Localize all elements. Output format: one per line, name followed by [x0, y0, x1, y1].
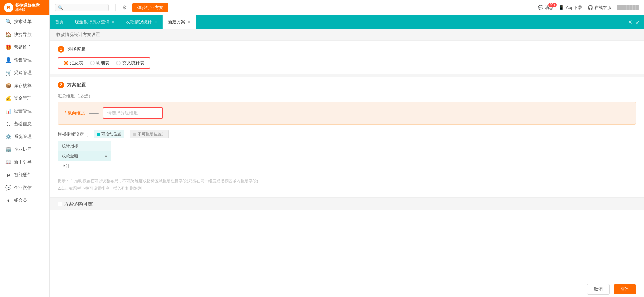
sidebar-item-sales[interactable]: 👤 销售管理 [0, 54, 49, 66]
sidebar-item-system[interactable]: ⚙️ 系统管理 [0, 130, 49, 143]
sidebar-item-label: 基础信息 [14, 121, 32, 127]
step1-num: 1 [58, 46, 64, 53]
save-option-label: 方案保存(可选) [64, 201, 94, 207]
maximize-icon[interactable]: ⤢ [636, 19, 640, 26]
draggable-label: 可拖动位置 [101, 131, 121, 137]
stats-col-label: 收款金额 [62, 153, 78, 159]
message-item[interactable]: 💬 消息 99+ [538, 5, 553, 11]
sidebar-item-label: 畅会员 [14, 197, 27, 203]
tabbar-actions: ✕ ⤢ [624, 19, 644, 26]
stats-col-header[interactable]: 收款金额 ▾ [58, 151, 111, 161]
draggable-indicator [97, 133, 100, 136]
sidebar-nav: 🔍 搜索菜单 🏠 快捷导航 🎁 营销推广 👤 销售管理 🛒 采购管理 📦 库存核… [0, 15, 49, 297]
sidebar-item-label: 库存核算 [14, 83, 32, 89]
tab-stats-label: 收款情况统计 [126, 19, 152, 25]
step1-label: 选择模板 [67, 46, 86, 52]
book-icon: 📖 [5, 159, 11, 165]
step2-section: 2 方案配置 汇总维度（必选） * 纵向维度 —— 请选择分组维度 [50, 82, 644, 178]
close-window-icon[interactable]: ✕ [628, 19, 632, 26]
download-item[interactable]: 📱 App下载 [559, 5, 582, 11]
tab-bank[interactable]: 现金银行流水查询 ✕ [69, 15, 120, 29]
diamond-icon: ♦ [5, 198, 11, 203]
radio-summary[interactable]: 汇总表 [64, 60, 83, 66]
stats-table: 统计指标 收款金额 ▾ 合计 [58, 141, 111, 172]
search-icon: 🔍 [5, 19, 11, 25]
sidebar-item-finance[interactable]: 💰 资金管理 [0, 92, 49, 105]
download-label: App下载 [566, 5, 582, 11]
sidebar-item-label: 快捷导航 [14, 32, 32, 38]
sidebar-item-basic[interactable]: 🗂 基础信息 [0, 117, 49, 130]
content-area: 收款情况统计方案设置 1 选择模板 汇总表 明细表 [50, 29, 644, 281]
service-item[interactable]: 🎧 在线客服 [588, 5, 612, 11]
radio-summary-dot [64, 61, 68, 65]
sidebar-item-hardware[interactable]: 🖥 智能硬件 [0, 168, 49, 181]
footer-bar: 取消 查询 [50, 281, 644, 297]
radio-detail-label: 明细表 [96, 60, 109, 66]
template-options-box: 汇总表 明细表 交叉统计表 [58, 57, 150, 69]
sidebar-item-inventory[interactable]: 📦 库存核算 [0, 79, 49, 92]
sidebar-item-label: 企业协同 [14, 146, 32, 152]
box-icon: 📦 [5, 83, 11, 89]
topbar: 🔍 ⚙ 体验行业方案 💬 消息 99+ 📱 App下载 🎧 在线客服 █████… [50, 0, 644, 15]
avatar-icon: ███████ [617, 5, 639, 10]
tab-home[interactable]: 首页 [50, 15, 69, 29]
arrow-icon: —— [89, 110, 99, 116]
money-icon: 💰 [5, 95, 11, 101]
save-checkbox[interactable] [58, 202, 62, 206]
tabbar: 首页 现金银行流水查询 ✕ 收款情况统计 ✕ 新建方案 ✕ ✕ ⤢ [50, 15, 644, 29]
sidebar-item-marketing[interactable]: 🎁 营销推广 [0, 41, 49, 54]
sidebar-item-ops[interactable]: 📊 经营管理 [0, 105, 49, 117]
main-area: 🔍 ⚙ 体验行业方案 💬 消息 99+ 📱 App下载 🎧 在线客服 █████… [50, 0, 644, 297]
metrics-label: 模板指标设定（ [58, 131, 88, 137]
cancel-button[interactable]: 取消 [587, 284, 610, 295]
stats-row-total: 合计 [58, 161, 111, 172]
gear-icon: ⚙️ [5, 134, 11, 140]
sidebar-item-label: 企业微信 [14, 185, 32, 191]
settings-icon[interactable]: ⚙ [122, 4, 127, 11]
tips-section: 提示： 1.拖动标题栏可以调整布局，不可跨维度或指标区域拖动栏目字段(只能在同一… [50, 178, 644, 197]
radio-cross[interactable]: 交叉统计表 [116, 60, 144, 66]
tab-new-close[interactable]: ✕ [187, 20, 191, 24]
sidebar-item-label: 系统管理 [14, 134, 32, 140]
tab-bank-label: 现金银行流水查询 [75, 19, 110, 25]
dimension-select[interactable]: 请选择分组维度 [103, 107, 163, 119]
section-divider [50, 74, 644, 77]
query-button[interactable]: 查询 [614, 284, 636, 294]
sidebar-item-purchase[interactable]: 🛒 采购管理 [0, 66, 49, 79]
logo-icon: B [4, 3, 13, 12]
sidebar-item-wechat[interactable]: 💬 企业微信 [0, 181, 49, 194]
tab-new[interactable]: 新建方案 ✕ [163, 15, 196, 29]
tab-home-label: 首页 [55, 19, 64, 25]
metrics-header: 模板指标设定（ 可拖动位置 不可拖动位置） [58, 130, 636, 138]
app-logo: B 畅捷通好生意 标准版 [0, 0, 49, 15]
chat-icon: 💬 [5, 185, 11, 191]
tab-bank-close[interactable]: ✕ [112, 20, 115, 24]
divider [115, 4, 116, 11]
sidebar-item-label: 搜索菜单 [14, 19, 32, 25]
service-label: 在线客服 [594, 5, 612, 11]
logo-name: 畅捷通好生意 [15, 3, 40, 8]
dimension-row: * 纵向维度 —— 请选择分组维度 [65, 107, 629, 119]
step2-num: 2 [58, 82, 64, 88]
sidebar-item-guide[interactable]: 📖 新手引导 [0, 156, 49, 168]
vertical-dim-label: * 纵向维度 [65, 110, 85, 116]
topbar-search[interactable]: 🔍 [55, 4, 109, 11]
sidebar-item-corp[interactable]: 🏢 企业协同 [0, 143, 49, 156]
sidebar-item-label: 采购管理 [14, 70, 32, 76]
sidebar-item-search[interactable]: 🔍 搜索菜单 [0, 15, 49, 28]
tab-stats-close[interactable]: ✕ [154, 20, 157, 24]
chart-icon: 📊 [5, 108, 11, 114]
sidebar-item-label: 资金管理 [14, 95, 32, 101]
dimension-placeholder: 请选择分组维度 [107, 110, 138, 116]
home-icon: 🏠 [5, 32, 11, 38]
sidebar: B 畅捷通好生意 标准版 🔍 搜索菜单 🏠 快捷导航 🎁 营销推广 👤 销售管理… [0, 0, 50, 297]
sidebar-item-nav[interactable]: 🏠 快捷导航 [0, 28, 49, 41]
tab-stats[interactable]: 收款情况统计 ✕ [120, 15, 163, 29]
monitor-icon: 🖥 [5, 172, 11, 178]
radio-detail[interactable]: 明细表 [90, 60, 109, 66]
folder-icon: 🗂 [5, 121, 11, 127]
user-avatar[interactable]: ███████ [617, 5, 639, 10]
sidebar-item-label: 销售管理 [14, 57, 32, 63]
trial-button[interactable]: 体验行业方案 [132, 3, 168, 12]
sidebar-item-member[interactable]: ♦ 畅会员 [0, 194, 49, 207]
